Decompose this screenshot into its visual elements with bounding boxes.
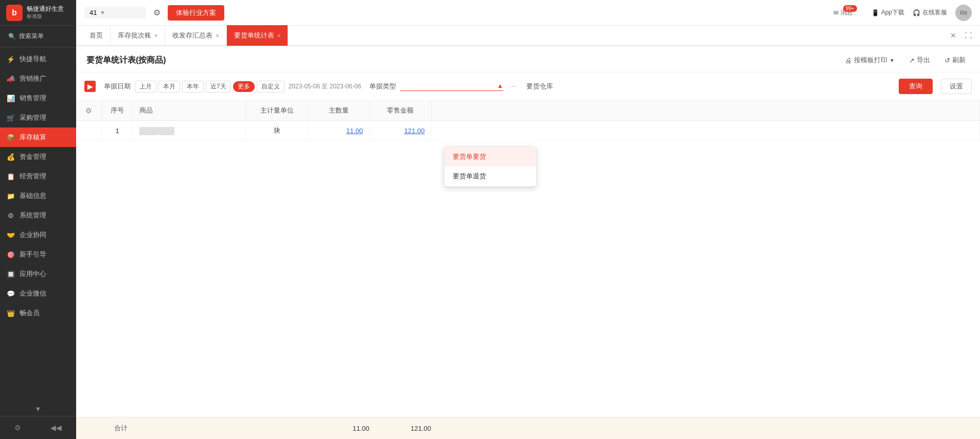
tab-requisition-stats[interactable]: 要货单统计表 × — [227, 25, 288, 46]
page-actions: 🖨 按模板打印 ▼ ↗ 导出 ↺ 刷新 — [841, 53, 970, 67]
sidebar-item-guide[interactable]: 🎯 新手引导 — [0, 245, 76, 264]
sidebar-item-sales[interactable]: 📊 销售管理 — [0, 88, 76, 108]
amount-link[interactable]: 121.00 — [404, 127, 425, 135]
tab-inventory-batch-close[interactable]: × — [154, 32, 157, 39]
sidebar-item-operation[interactable]: 📋 经营管理 — [0, 167, 76, 186]
type-more-options[interactable]: ··· — [507, 82, 518, 91]
tab-requisition-stats-close[interactable]: × — [277, 32, 280, 39]
date-filter-label: 单据日期 — [104, 82, 131, 91]
tab-inventory-batch[interactable]: 库存批次账 × — [111, 25, 165, 46]
custom-date-btn[interactable]: 自定义 — [257, 81, 284, 93]
col-settings[interactable]: ⚙ — [76, 101, 102, 121]
dropdown-item-label: 要货单要货 — [453, 153, 486, 160]
logo-icon: b — [6, 5, 23, 21]
date-buttons: 上月 本月 本年 近7天 更多 自定义 — [135, 81, 284, 93]
tab-home[interactable]: 首页 — [82, 25, 111, 46]
sidebar-item-finance[interactable]: 💰 资金管理 — [0, 147, 76, 167]
sidebar-item-label: 营销推广 — [20, 74, 46, 83]
company-selector[interactable]: 41 ▼ — [84, 7, 146, 19]
export-button[interactable]: ↗ 导出 — [905, 53, 934, 67]
sidebar-item-label: 采购管理 — [20, 113, 46, 122]
sidebar-item-enterprise[interactable]: 🤝 企业协同 — [0, 225, 76, 245]
row-amount-cell[interactable]: 121.00 — [369, 121, 431, 141]
tabbar-right: ✕ ⛶ — [948, 29, 974, 42]
type-filter-group: 单据类型 ▲ ··· — [369, 82, 518, 91]
operation-icon: 📋 — [6, 172, 15, 181]
sidebar-item-label: 经营管理 — [20, 172, 46, 181]
filter-bar: ▶ 单据日期 上月 本月 本年 近7天 更多 自定义 2023-05-06 至 … — [76, 72, 980, 101]
export-icon: ↗ — [909, 57, 915, 64]
more-date-btn[interactable]: 更多 — [233, 81, 255, 92]
sidebar-item-quick-nav[interactable]: ⚡ 快捷导航 — [0, 49, 76, 69]
set-button[interactable]: 设置 — [941, 79, 972, 94]
message-badge: 99+ — [843, 5, 857, 12]
footer-total-label: 合计 — [108, 424, 252, 433]
footer-amount-value: 121.00 — [376, 425, 437, 432]
row-qty-cell[interactable]: 11.00 — [308, 121, 369, 141]
tab-close-all-icon[interactable]: ✕ — [948, 29, 958, 42]
sidebar-scroll-down[interactable]: ▼ — [0, 402, 76, 416]
trial-industry-button[interactable]: 体验行业方案 — [168, 5, 224, 21]
type-select[interactable]: ▲ — [400, 82, 503, 91]
date-filter-group: 单据日期 上月 本月 本年 近7天 更多 自定义 2023-05-06 至 20… — [104, 81, 361, 93]
settings-bottom-icon[interactable]: ⚙ — [11, 420, 24, 435]
avatar[interactable]: Rit — [955, 5, 972, 21]
type-select-arrow-up[interactable]: ▲ — [497, 82, 503, 89]
sidebar-item-member[interactable]: 👑 畅会员 — [0, 303, 76, 323]
sidebar-item-label: 销售管理 — [20, 94, 46, 103]
company-dropdown-icon: ▼ — [100, 10, 105, 15]
print-template-button[interactable]: 🖨 按模板打印 ▼ — [841, 53, 899, 67]
wechat-icon: 💬 — [6, 289, 15, 298]
sidebar-item-basic[interactable]: 📁 基础信息 — [0, 186, 76, 206]
enterprise-icon: 🤝 — [6, 230, 15, 240]
filter-expand-button[interactable]: ▶ — [84, 81, 96, 92]
avatar-text: Rit — [960, 10, 967, 16]
service-icon: 🎧 — [913, 9, 920, 16]
sidebar-item-label: 系统管理 — [20, 211, 46, 220]
current-month-btn[interactable]: 本月 — [158, 81, 180, 93]
print-dropdown-icon: ▼ — [889, 58, 895, 63]
sidebar-item-purchase[interactable]: 🛒 采购管理 — [0, 108, 76, 127]
expand-icon: ▶ — [87, 82, 93, 90]
quick-nav-icon: ⚡ — [6, 54, 15, 64]
tabbar: 首页 库存批次账 × 收发存汇总表 × 要货单统计表 × ✕ ⛶ — [76, 26, 980, 46]
sidebar-item-wechat[interactable]: 💬 企业微信 — [0, 284, 76, 303]
refresh-button[interactable]: ↺ 刷新 — [940, 53, 970, 67]
warehouse-filter-group: 要货仓库 — [526, 82, 553, 91]
print-label: 按模板打印 — [854, 56, 887, 65]
query-button[interactable]: 查询 — [899, 79, 933, 94]
search-menu-button[interactable]: 🔍 搜索菜单 — [5, 30, 71, 43]
sidebar-item-inventory[interactable]: 📦 库存核算 — [0, 127, 76, 147]
topbar-right: ✉ 消息 99+ 📱 App下载 🎧 在线客服 Rit — [833, 5, 972, 21]
sidebar-item-label: 企业微信 — [20, 289, 46, 298]
sidebar-nav: ⚡ 快捷导航 📣 营销推广 📊 销售管理 🛒 采购管理 📦 库存核算 💰 资金管… — [0, 47, 76, 402]
recent-7days-btn[interactable]: 近7天 — [206, 81, 231, 93]
prev-month-btn[interactable]: 上月 — [135, 81, 156, 93]
logo-name: 畅捷通好生意 — [27, 5, 64, 13]
dropdown-item-order-return[interactable]: 要货单退货 — [444, 167, 536, 186]
table-footer: 合计 11.00 121.00 — [76, 417, 980, 439]
current-year-btn[interactable]: 本年 — [182, 81, 204, 93]
message-button[interactable]: ✉ 消息 99+ — [833, 8, 853, 17]
app-download-label: App下载 — [881, 8, 904, 17]
product-name-text: ████ ███ — [139, 127, 174, 135]
inventory-icon: 📦 — [6, 133, 15, 142]
collapse-sidebar-icon[interactable]: ◀◀ — [47, 420, 65, 435]
online-service-button[interactable]: 🎧 在线客服 — [913, 8, 947, 17]
tab-receive-summary-close[interactable]: × — [216, 32, 219, 39]
col-index: 序号 — [102, 101, 133, 121]
dropdown-item-order-goods[interactable]: 要货单要货 — [444, 147, 536, 167]
export-label: 导出 — [917, 56, 930, 65]
tab-maximize-icon[interactable]: ⛶ — [963, 29, 974, 42]
sidebar-search-section: 🔍 搜索菜单 — [0, 26, 76, 47]
sidebar: b 畅捷通好生意 标准版 🔍 搜索菜单 ⚡ 快捷导航 📣 营销推广 📊 销售管理… — [0, 0, 76, 439]
topbar-settings-icon[interactable]: ⚙ — [151, 6, 163, 20]
sidebar-item-marketing[interactable]: 📣 营销推广 — [0, 69, 76, 88]
col-product: 商品 — [133, 101, 246, 121]
tab-receive-summary[interactable]: 收发存汇总表 × — [165, 25, 226, 46]
sidebar-item-app-center[interactable]: 🔲 应用中心 — [0, 264, 76, 284]
refresh-icon: ↺ — [945, 57, 950, 64]
qty-link[interactable]: 11.00 — [346, 127, 363, 135]
app-download-button[interactable]: 📱 App下载 — [871, 8, 904, 17]
sidebar-item-system[interactable]: ⚙ 系统管理 — [0, 206, 76, 225]
